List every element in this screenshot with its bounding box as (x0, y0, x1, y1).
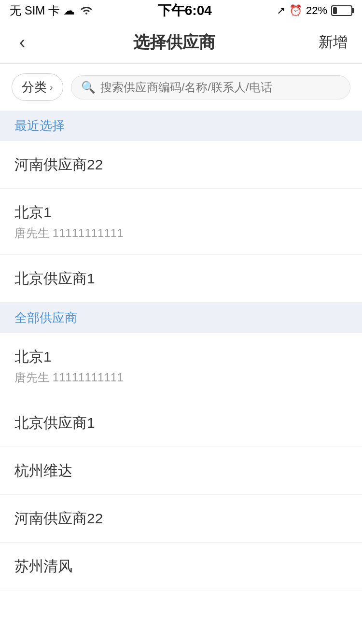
all-list: 北京1唐先生 11111111111北京供应商1杭州维达河南供应商22苏州清风 (0, 333, 362, 590)
list-item[interactable]: 河南供应商22 (0, 495, 362, 543)
item-name: 河南供应商22 (14, 154, 348, 175)
chevron-right-icon: › (50, 82, 53, 93)
item-name: 杭州维达 (14, 461, 348, 481)
item-name: 北京供应商1 (14, 268, 348, 289)
status-left: 无 SIM 卡 ☁ (10, 3, 93, 18)
recent-section-header: 最近选择 (0, 111, 362, 141)
list-item[interactable]: 杭州维达 (0, 447, 362, 495)
status-time: 下午6:04 (158, 1, 212, 20)
search-input[interactable] (100, 81, 340, 94)
location-icon: ↗ (277, 4, 285, 17)
wifi-icon (80, 4, 93, 17)
alarm-icon: ⏰ (289, 4, 302, 17)
item-name: 河南供应商22 (14, 508, 348, 529)
category-filter[interactable]: 分类 › (12, 73, 63, 101)
recent-list: 河南供应商22北京1唐先生 11111111111北京供应商1 (0, 141, 362, 303)
nav-bar: ‹ 选择供应商 新增 (0, 21, 362, 64)
battery-percent: 22% (306, 4, 327, 17)
item-name: 北京供应商1 (14, 413, 348, 433)
back-button[interactable]: ‹ (14, 28, 30, 57)
category-label: 分类 (22, 79, 47, 96)
recent-section-label: 最近选择 (14, 118, 65, 133)
add-button[interactable]: 新增 (319, 32, 348, 52)
list-item[interactable]: 北京供应商1 (0, 255, 362, 303)
battery-icon (331, 5, 352, 16)
search-icon: 🔍 (81, 81, 96, 94)
page-title: 选择供应商 (133, 31, 215, 54)
list-item[interactable]: 北京1唐先生 11111111111 (0, 189, 362, 255)
item-sub: 唐先生 11111111111 (14, 370, 348, 385)
filter-bar: 分类 › 🔍 (0, 64, 362, 111)
item-name: 北京1 (14, 202, 348, 223)
list-item[interactable]: 河南供应商22 (0, 141, 362, 189)
status-bar: 无 SIM 卡 ☁ 下午6:04 ↗ ⏰ 22% (0, 0, 362, 21)
list-item[interactable]: 北京供应商1 (0, 399, 362, 447)
all-section-label: 全部供应商 (14, 310, 77, 325)
item-name: 北京1 (14, 347, 348, 367)
list-item[interactable]: 北京1唐先生 11111111111 (0, 333, 362, 399)
all-section-header: 全部供应商 (0, 303, 362, 333)
search-box[interactable]: 🔍 (71, 75, 350, 99)
item-sub: 唐先生 11111111111 (14, 225, 348, 241)
sim-status: 无 SIM 卡 ☁ (10, 3, 75, 18)
status-right: ↗ ⏰ 22% (277, 4, 352, 17)
list-item[interactable]: 苏州清风 (0, 543, 362, 590)
item-name: 苏州清风 (14, 556, 348, 576)
